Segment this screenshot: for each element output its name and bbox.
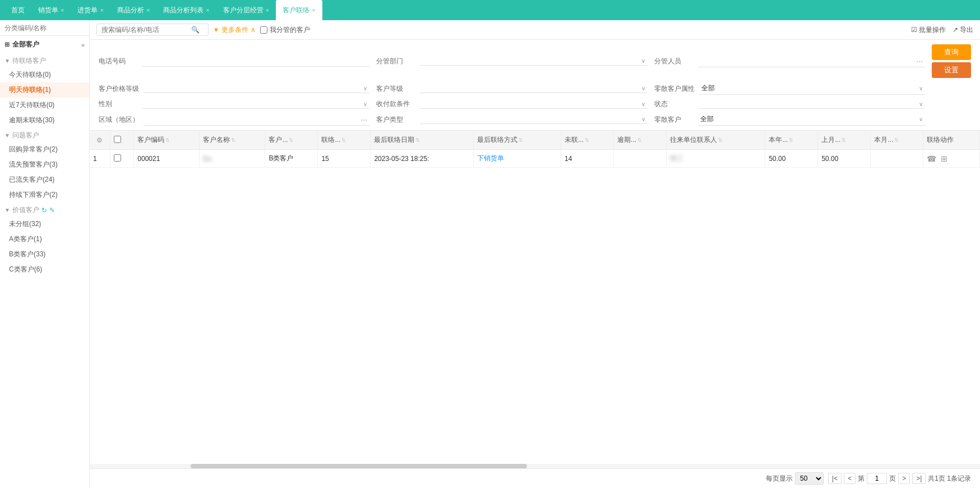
filter-price-level: 客户价格等级 ∨ — [99, 84, 369, 94]
sort-icon[interactable]: ⇅ — [231, 137, 235, 143]
nav-home[interactable]: 首页 — [4, 0, 31, 20]
nav-customer-tier[interactable]: 客户分层经营 × — [216, 0, 276, 20]
settings-btn[interactable]: 设置 — [932, 62, 971, 78]
nav-sales-order[interactable]: 销货单 × — [31, 0, 71, 20]
sort-icon[interactable]: ⇅ — [842, 137, 846, 143]
sort-icon[interactable]: ⇅ — [894, 137, 899, 143]
filter-retail-customer: 零散客户 全部 ∨ — [654, 113, 925, 126]
top-nav: 首页 销货单 × 进货单 × 商品分析 × 商品分析列表 × 客户分层经营 × … — [0, 0, 980, 20]
sidebar-item-class-a[interactable]: A类客户(1) — [0, 232, 89, 247]
close-icon[interactable]: × — [266, 7, 269, 13]
col-header-last-month: 上月... ⇅ — [818, 131, 871, 150]
filter-dept: 分管部门 ∨ — [376, 57, 647, 66]
nav-purchase-order[interactable]: 进货单 × — [71, 0, 110, 20]
filter-area-select[interactable]: ··· — [144, 114, 369, 126]
sort-icon[interactable]: ⇅ — [718, 137, 723, 143]
sort-icon[interactable]: ⇅ — [789, 137, 793, 143]
page-input[interactable] — [867, 473, 887, 484]
sidebar-item-declining[interactable]: 持续下滑客户(2) — [0, 187, 89, 202]
chevron-down-icon: ∨ — [919, 85, 923, 91]
sidebar-item-tomorrow-pending[interactable]: 明天待联络(1) — [0, 82, 89, 98]
batch-operation-btn[interactable]: ☑ 批量操作 — [911, 25, 946, 35]
dots-icon[interactable]: ··· — [361, 115, 368, 124]
filter-payment-select[interactable]: ∨ — [420, 100, 647, 109]
first-page-btn[interactable]: |< — [828, 473, 842, 484]
horizontal-scrollbar[interactable] — [90, 464, 980, 468]
filter-customer-level-select[interactable]: ∨ — [420, 84, 647, 93]
filter-retail-customer-select[interactable]: 全部 ∨ — [698, 113, 925, 126]
filter-status-select[interactable]: ∨ — [698, 100, 925, 109]
sidebar-search-input[interactable] — [4, 24, 89, 32]
gear-icon[interactable]: ⚙ — [96, 136, 103, 144]
filter-phone-input[interactable] — [142, 56, 369, 67]
row-checkbox — [110, 150, 134, 168]
filter-dept-select[interactable]: ∨ — [420, 57, 647, 66]
filter-icon: ▼ — [213, 26, 219, 33]
query-btn[interactable]: 查询 — [932, 44, 971, 60]
sidebar-item-class-b[interactable]: B类客户(33) — [0, 247, 89, 262]
sort-icon[interactable]: ⇅ — [415, 137, 420, 143]
page-size-select[interactable]: 50 100 200 — [795, 472, 824, 485]
next-page-btn[interactable]: > — [898, 473, 910, 484]
sort-icon[interactable]: ⇅ — [519, 137, 523, 143]
filter-retail-attr: 零散客户属性 全部 ∨ — [654, 82, 925, 95]
close-icon[interactable]: × — [206, 7, 209, 13]
close-icon[interactable]: × — [61, 7, 64, 13]
export-btn[interactable]: ↗ 导出 — [953, 25, 973, 35]
sort-icon[interactable]: ⇅ — [165, 137, 170, 143]
nav-product-analysis-list[interactable]: 商品分析列表 × — [156, 0, 216, 20]
table-header-checkbox — [110, 131, 134, 150]
nav-customer-contact[interactable]: 客户联络 × — [276, 0, 322, 20]
chevron-down-icon: ∨ — [641, 58, 645, 64]
nav-product-analysis[interactable]: 商品分析 × — [110, 0, 156, 20]
sidebar-item-churned[interactable]: 已流失客户(24) — [0, 172, 89, 187]
chevron-down-icon: ∨ — [919, 116, 923, 122]
select-all-checkbox[interactable] — [114, 136, 121, 143]
filter-payment: 收付款条件 ∨ — [376, 99, 647, 109]
col-header-last-date: 最后联络日期 ⇅ — [371, 131, 473, 150]
edit-icon[interactable]: ✎ — [49, 206, 55, 214]
filter-person: 分管人员 ··· — [654, 56, 925, 67]
sidebar-search-area: 🔍 — [0, 20, 89, 36]
close-icon[interactable]: × — [146, 7, 150, 13]
sort-icon[interactable]: ⇅ — [637, 137, 642, 143]
sidebar-item-repurchase-abnormal[interactable]: 回购异常客户(2) — [0, 142, 89, 157]
contact-icon[interactable]: ☎ — [927, 154, 936, 163]
dots-icon[interactable]: ··· — [916, 57, 923, 66]
sort-icon[interactable]: ⇅ — [289, 137, 293, 143]
filter-phone: 电话号码 — [99, 56, 369, 67]
prev-page-btn[interactable]: < — [844, 473, 856, 484]
sidebar-item-overdue[interactable]: 逾期未联络(30) — [0, 113, 89, 128]
close-icon[interactable]: × — [100, 7, 103, 13]
my-customers-checkbox[interactable] — [260, 26, 267, 34]
content-area: 🔍 ▼ 更多条件 ∧ 我分管的客户 ☑ 批量操作 ↗ 导出 — [90, 20, 980, 488]
table-row: 1 000021 Ea B类客户 — [90, 150, 980, 168]
search-input[interactable] — [101, 26, 191, 34]
sidebar-item-churn-warning[interactable]: 流失预警客户(3) — [0, 157, 89, 172]
filter-customer-type-select[interactable]: ∨ — [420, 115, 647, 124]
filter-price-level-select[interactable]: ∨ — [144, 84, 369, 93]
sort-icon[interactable]: ⇅ — [585, 137, 589, 143]
search-icon[interactable]: 🔍 — [191, 26, 200, 34]
refresh-icon[interactable]: ↻ — [41, 206, 47, 214]
filter-more-btn[interactable]: ▼ 更多条件 ∧ — [213, 25, 256, 35]
filter-retail-attr-select[interactable]: 全部 ∨ — [699, 82, 925, 95]
export-icon: ↗ — [953, 26, 958, 34]
col-header-code: 客户编码 ⇅ — [134, 131, 200, 150]
scrollbar-thumb[interactable] — [191, 464, 527, 468]
sidebar-item-today-pending[interactable]: 今天待联络(0) — [0, 67, 89, 82]
row-select-checkbox[interactable] — [114, 154, 121, 162]
qr-icon[interactable]: ⊞ — [941, 154, 947, 163]
filter-actions: 查询 设置 — [932, 44, 971, 78]
last-page-btn[interactable]: >| — [912, 473, 926, 484]
sidebar-group-pending: ▼ 待联络客户 — [0, 53, 89, 67]
filter-gender-select[interactable]: ∨ — [142, 100, 369, 109]
close-icon[interactable]: × — [312, 7, 315, 13]
my-customers-checkbox-label[interactable]: 我分管的客户 — [260, 25, 310, 35]
sidebar-all-customers[interactable]: ⊞ 全部客户 « — [0, 36, 89, 53]
sidebar-item-class-c[interactable]: C类客户(6) — [0, 262, 89, 277]
sidebar-item-ungrouped[interactable]: 未分组(32) — [0, 217, 89, 232]
sort-icon[interactable]: ⇅ — [341, 137, 346, 143]
sidebar-item-7days-pending[interactable]: 近7天待联络(0) — [0, 98, 89, 113]
filter-person-select[interactable]: ··· — [698, 56, 925, 67]
